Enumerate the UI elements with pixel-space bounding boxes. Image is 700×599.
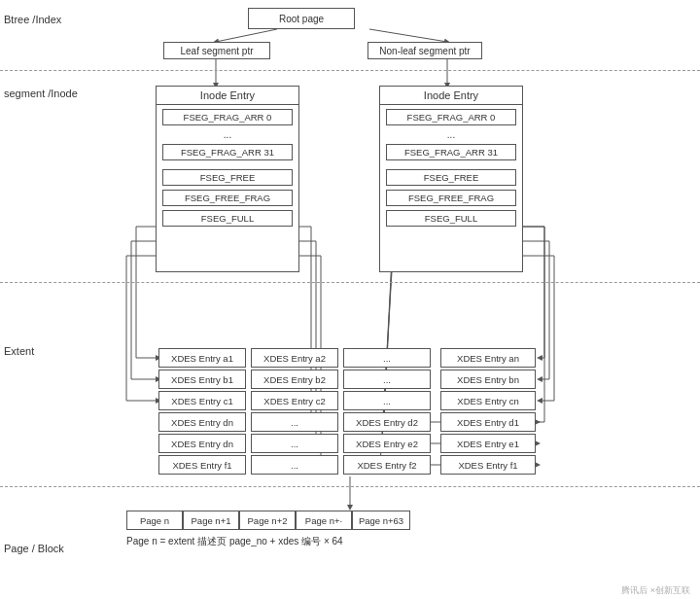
xdes-e-dots: ... [251, 434, 338, 453]
svg-line-3 [369, 29, 447, 42]
left-fseg-free: FSEG_FREE [162, 169, 293, 186]
leaf-ptr-box: Leaf segment ptr [163, 42, 270, 59]
right-inode-container: Inode Entry FSEG_FRAG_ARR 0 ... FSEG_FRA… [379, 86, 523, 272]
xdes-a1: XDES Entry a1 [158, 348, 246, 368]
right-fseg-full: FSEG_FULL [386, 210, 516, 227]
xdes-d-dots: ... [251, 412, 338, 432]
page-n: Page n [126, 511, 183, 530]
page-formula: Page n = extent 描述页 page_no + xdes 编号 × … [126, 535, 343, 548]
page-n2: Page n+2 [239, 511, 296, 530]
page-n63: Page n+63 [352, 511, 410, 530]
xdes-d1: XDES Entry d1 [440, 412, 536, 432]
svg-line-2 [216, 29, 277, 42]
left-fseg-frag31: FSEG_FRAG_ARR 31 [162, 144, 293, 160]
watermark: 腾讯后 ×创新互联 [621, 584, 690, 597]
xdes-f1-left: XDES Entry f1 [158, 455, 246, 475]
left-inode-container: Inode Entry FSEG_FRAG_ARR 0 ... FSEG_FRA… [156, 86, 299, 272]
divider-segment [0, 282, 700, 283]
non-leaf-ptr-box: Non-leaf segment ptr [368, 42, 482, 59]
xdes-e2: XDES Entry e2 [343, 434, 431, 453]
diagram-arrows [0, 0, 700, 599]
divider-btree [0, 70, 700, 71]
page-n1: Page n+1 [183, 511, 239, 530]
xdes-c-dots: ... [343, 391, 431, 410]
xdes-f2: XDES Entry f2 [343, 455, 431, 475]
right-fseg-free: FSEG_FREE [386, 169, 516, 186]
xdes-dn-4: XDES Entry dn [158, 412, 246, 432]
right-fseg-frag0: FSEG_FRAG_ARR 0 [386, 109, 516, 125]
right-inode-title: Inode Entry [380, 87, 522, 105]
xdes-c1: XDES Entry c1 [158, 391, 246, 410]
xdes-f-dots: ... [251, 455, 338, 475]
xdes-an: XDES Entry an [440, 348, 536, 368]
left-dots1: ... [157, 127, 298, 142]
xdes-b1: XDES Entry b1 [158, 370, 246, 389]
page-ndot: Page n+· [296, 511, 352, 530]
main-container: Btree /Index segment /Inode Extent Page … [0, 0, 700, 599]
xdes-a-dots: ... [343, 348, 431, 368]
watermark-text: 腾讯后 ×创新互联 [621, 584, 690, 597]
xdes-a2: XDES Entry a2 [251, 348, 338, 368]
left-fseg-frag0: FSEG_FRAG_ARR 0 [162, 109, 293, 125]
xdes-dn-5: XDES Entry dn [158, 434, 246, 453]
left-fseg-free-frag: FSEG_FREE_FRAG [162, 190, 293, 206]
xdes-c2: XDES Entry c2 [251, 391, 338, 410]
left-fseg-full: FSEG_FULL [162, 210, 293, 227]
right-dots1: ... [380, 127, 522, 142]
page-blocks-row: Page n Page n+1 Page n+2 Page n+· Page n… [126, 511, 410, 530]
divider-extent [0, 486, 700, 487]
extent-label: Extent [4, 345, 34, 357]
xdes-b2: XDES Entry b2 [251, 370, 338, 389]
right-fseg-frag31: FSEG_FRAG_ARR 31 [386, 144, 516, 160]
root-page-box: Root page [248, 8, 355, 29]
segment-label: segment /Inode [4, 88, 78, 99]
xdes-e1: XDES Entry e1 [440, 434, 536, 453]
page-label: Page / Block [4, 543, 64, 554]
xdes-cn: XDES Entry cn [440, 391, 536, 410]
xdes-d2: XDES Entry d2 [343, 412, 431, 432]
xdes-bn: XDES Entry bn [440, 370, 536, 389]
xdes-f1-right: XDES Entry f1 [440, 455, 536, 475]
btree-label: Btree /Index [4, 14, 61, 25]
left-inode-title: Inode Entry [157, 87, 298, 105]
xdes-b-dots: ... [343, 370, 431, 389]
right-fseg-free-frag: FSEG_FREE_FRAG [386, 190, 516, 206]
